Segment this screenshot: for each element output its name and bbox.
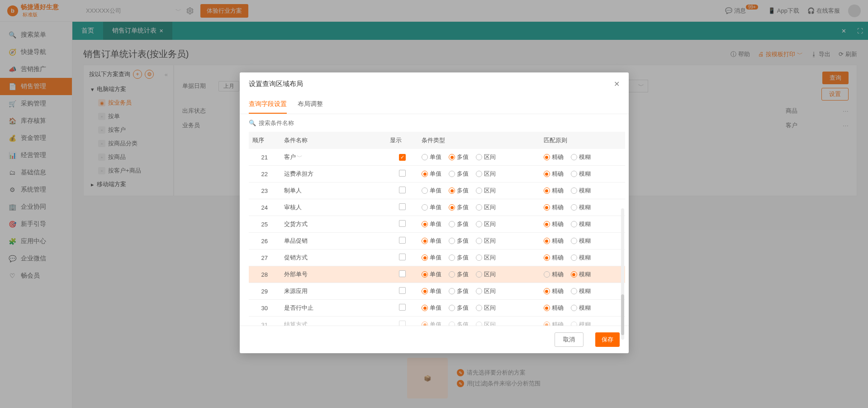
radio-option[interactable]: 多值 [449,187,469,195]
radio-dot [476,187,482,194]
radio-option[interactable]: 区间 [476,187,496,195]
cell-name: 是否行中止 [280,300,386,317]
radio-option[interactable]: 区间 [476,254,496,262]
radio-option[interactable]: 模糊 [571,237,591,245]
radio-dot [422,221,428,227]
modal-tab-layout[interactable]: 布局调整 [298,96,323,114]
radio-option[interactable]: 单值 [422,321,441,326]
radio-option[interactable]: 模糊 [571,153,591,161]
radio-label: 模糊 [579,203,591,211]
radio-option[interactable]: 多值 [449,321,469,326]
radio-dot [476,221,482,227]
chevron-down-icon[interactable]: ﹀ [297,154,303,160]
radio-option[interactable]: 精确 [544,254,564,262]
radio-option[interactable]: 模糊 [571,170,591,178]
table-row: 29来源应用单值多值区间精确模糊 [249,283,625,300]
radio-option[interactable]: 模糊 [571,287,591,295]
radio-dot [449,238,455,244]
show-checkbox[interactable] [399,237,406,244]
scrollbar-thumb[interactable] [621,294,624,335]
radio-option[interactable]: 区间 [476,321,496,326]
radio-option[interactable]: 精确 [544,203,564,211]
radio-option[interactable]: 区间 [476,153,496,161]
radio-option[interactable]: 单值 [422,153,441,161]
show-checkbox[interactable] [399,254,406,260]
radio-option[interactable]: 单值 [422,237,441,245]
radio-label: 模糊 [579,287,591,295]
search-input[interactable] [259,120,620,126]
radio-option[interactable]: 多值 [449,220,469,228]
radio-option[interactable]: 模糊 [571,203,591,211]
cell-show [386,166,418,182]
radio-option[interactable]: 区间 [476,270,496,278]
radio-option[interactable]: 精确 [544,153,564,161]
show-checkbox[interactable] [399,220,406,227]
radio-option[interactable]: 模糊 [571,187,591,195]
radio-option[interactable]: 精确 [544,270,564,278]
radio-label: 区间 [484,170,496,178]
show-checkbox[interactable] [399,304,406,311]
radio-option[interactable]: 单值 [422,287,441,295]
radio-dot [422,288,428,294]
scrollbar[interactable] [621,208,624,340]
radio-option[interactable]: 单值 [422,170,441,178]
radio-label: 区间 [484,287,496,295]
radio-option[interactable]: 单值 [422,254,441,262]
close-icon[interactable]: ✕ [614,80,620,88]
cell-seq: 28 [249,266,280,283]
radio-option[interactable]: 多值 [449,237,469,245]
modal-tab-fields[interactable]: 查询字段设置 [249,96,287,114]
show-checkbox[interactable] [399,321,406,326]
radio-option[interactable]: 区间 [476,237,496,245]
cancel-button[interactable]: 取消 [555,332,583,347]
radio-dot [422,187,428,194]
radio-option[interactable]: 多值 [449,203,469,211]
radio-option[interactable]: 模糊 [571,304,591,312]
radio-option[interactable]: 单值 [422,187,441,195]
radio-option[interactable]: 多值 [449,254,469,262]
show-checkbox[interactable] [399,270,406,277]
radio-option[interactable]: 多值 [449,153,469,161]
show-checkbox[interactable] [399,203,406,210]
radio-option[interactable]: 精确 [544,304,564,312]
radio-option[interactable]: 单值 [422,270,441,278]
radio-label: 多值 [457,287,469,295]
radio-dot [571,187,577,194]
radio-option[interactable]: 区间 [476,203,496,211]
radio-option[interactable]: 多值 [449,304,469,312]
radio-label: 模糊 [579,270,591,278]
radio-option[interactable]: 精确 [544,170,564,178]
radio-option[interactable]: 区间 [476,287,496,295]
radio-option[interactable]: 多值 [449,170,469,178]
show-checkbox[interactable]: ✓ [399,154,406,161]
cell-type: 单值多值区间 [418,199,540,216]
show-checkbox[interactable] [399,170,406,177]
radio-option[interactable]: 精确 [544,287,564,295]
radio-dot [571,171,577,177]
radio-option[interactable]: 精确 [544,237,564,245]
radio-option[interactable]: 精确 [544,220,564,228]
radio-label: 模糊 [579,321,591,326]
radio-option[interactable]: 模糊 [571,270,591,278]
radio-dot [422,204,428,211]
radio-option[interactable]: 区间 [476,304,496,312]
radio-option[interactable]: 模糊 [571,321,591,326]
show-checkbox[interactable] [399,187,406,193]
radio-option[interactable]: 多值 [449,270,469,278]
radio-option[interactable]: 区间 [476,220,496,228]
radio-dot [449,305,455,311]
radio-option[interactable]: 精确 [544,187,564,195]
radio-label: 单值 [430,170,441,178]
radio-option[interactable]: 区间 [476,170,496,178]
radio-option[interactable]: 单值 [422,304,441,312]
cell-match: 精确模糊 [540,182,625,199]
radio-option[interactable]: 单值 [422,203,441,211]
radio-option[interactable]: 模糊 [571,254,591,262]
radio-option[interactable]: 精确 [544,321,564,326]
radio-label: 单值 [430,237,441,245]
radio-option[interactable]: 多值 [449,287,469,295]
radio-option[interactable]: 模糊 [571,220,591,228]
radio-option[interactable]: 单值 [422,220,441,228]
show-checkbox[interactable] [399,287,406,294]
save-button[interactable]: 保存 [595,332,620,347]
